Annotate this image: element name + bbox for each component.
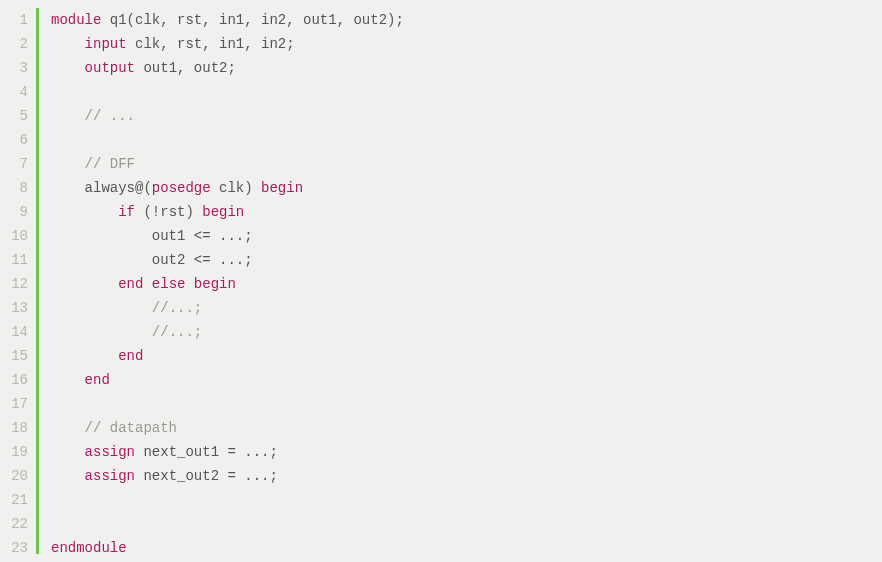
line-number: 20	[4, 464, 28, 488]
line-number: 23	[4, 536, 28, 560]
code-token: assign	[85, 468, 135, 484]
code-token	[51, 36, 85, 52]
code-line: out1 <= ...;	[51, 224, 870, 248]
line-number: 9	[4, 200, 28, 224]
line-number: 13	[4, 296, 28, 320]
code-token: clk)	[211, 180, 261, 196]
line-number: 16	[4, 368, 28, 392]
code-token: // DFF	[85, 156, 135, 172]
code-token: if	[118, 204, 135, 220]
line-number: 8	[4, 176, 28, 200]
code-token	[51, 348, 118, 364]
line-number: 3	[4, 56, 28, 80]
code-token	[51, 372, 85, 388]
code-token: always@(	[51, 180, 152, 196]
line-number: 11	[4, 248, 28, 272]
code-token: (!rst)	[135, 204, 202, 220]
code-line: output out1, out2;	[51, 56, 870, 80]
code-line: // DFF	[51, 152, 870, 176]
code-token	[51, 468, 85, 484]
code-line	[51, 128, 870, 152]
code-token	[51, 60, 85, 76]
code-token: out2 <= ...;	[51, 252, 253, 268]
code-token: out1, out2;	[135, 60, 236, 76]
code-token: // datapath	[85, 420, 177, 436]
code-token	[51, 420, 85, 436]
code-token: begin	[202, 204, 244, 220]
code-line: end else begin	[51, 272, 870, 296]
line-number: 5	[4, 104, 28, 128]
code-token	[185, 276, 193, 292]
code-token: //...;	[152, 300, 202, 316]
code-token	[51, 444, 85, 460]
code-token: input	[85, 36, 127, 52]
code-token: module	[51, 12, 110, 28]
code-line	[51, 80, 870, 104]
line-number: 2	[4, 32, 28, 56]
code-token: q1(clk, rst, in1, in2, out1, out2);	[110, 12, 404, 28]
code-token	[51, 324, 152, 340]
code-line: if (!rst) begin	[51, 200, 870, 224]
code-token: next_out1 = ...;	[135, 444, 278, 460]
line-number: 14	[4, 320, 28, 344]
code-token	[51, 276, 118, 292]
code-line	[51, 512, 870, 536]
code-token	[51, 156, 85, 172]
code-token: next_out2 = ...;	[135, 468, 278, 484]
code-token: output	[85, 60, 135, 76]
line-number-gutter: 1234567891011121314151617181920212223	[0, 0, 36, 562]
code-token	[51, 204, 118, 220]
code-line: //...;	[51, 320, 870, 344]
code-line	[51, 488, 870, 512]
code-content: module q1(clk, rst, in1, in2, out1, out2…	[39, 0, 882, 562]
code-token: clk, rst, in1, in2;	[127, 36, 295, 52]
code-token: else	[152, 276, 186, 292]
code-line	[51, 392, 870, 416]
code-line: out2 <= ...;	[51, 248, 870, 272]
code-line: //...;	[51, 296, 870, 320]
code-line: // datapath	[51, 416, 870, 440]
code-token: out1 <= ...;	[51, 228, 253, 244]
line-number: 4	[4, 80, 28, 104]
code-token: end	[118, 276, 143, 292]
code-token: end	[118, 348, 143, 364]
code-token: begin	[261, 180, 303, 196]
line-number: 12	[4, 272, 28, 296]
code-token	[51, 300, 152, 316]
line-number: 10	[4, 224, 28, 248]
line-number: 17	[4, 392, 28, 416]
code-token: assign	[85, 444, 135, 460]
code-token: begin	[194, 276, 236, 292]
code-line: // ...	[51, 104, 870, 128]
code-line: endmodule	[51, 536, 870, 560]
line-number: 1	[4, 8, 28, 32]
line-number: 18	[4, 416, 28, 440]
code-token: //...;	[152, 324, 202, 340]
code-token: // ...	[85, 108, 135, 124]
line-number: 6	[4, 128, 28, 152]
line-number: 19	[4, 440, 28, 464]
code-editor: 1234567891011121314151617181920212223 mo…	[0, 0, 882, 562]
code-token: endmodule	[51, 540, 127, 556]
line-number: 22	[4, 512, 28, 536]
line-number: 7	[4, 152, 28, 176]
code-token	[143, 276, 151, 292]
code-line: end	[51, 344, 870, 368]
code-line: module q1(clk, rst, in1, in2, out1, out2…	[51, 8, 870, 32]
code-token	[51, 108, 85, 124]
code-token: end	[85, 372, 110, 388]
line-number: 15	[4, 344, 28, 368]
code-line: always@(posedge clk) begin	[51, 176, 870, 200]
code-line: input clk, rst, in1, in2;	[51, 32, 870, 56]
code-line: assign next_out2 = ...;	[51, 464, 870, 488]
code-line: end	[51, 368, 870, 392]
code-line: assign next_out1 = ...;	[51, 440, 870, 464]
line-number: 21	[4, 488, 28, 512]
code-token: posedge	[152, 180, 211, 196]
